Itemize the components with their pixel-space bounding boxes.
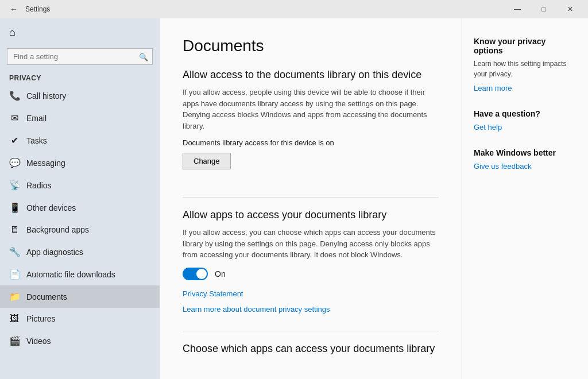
sidebar-item-label: Call history	[26, 91, 66, 100]
sidebar-item-label: Email	[26, 114, 47, 123]
sidebar-item-radios[interactable]: 📡 Radios	[0, 174, 160, 196]
sidebar-item-app-diagnostics[interactable]: 🔧 App diagnostics	[0, 241, 160, 263]
toggle-label: On	[215, 269, 226, 279]
sidebar-item-pictures[interactable]: 🖼 Pictures	[0, 308, 160, 330]
app-container: ⌂ 🔍 Privacy 📞 Call history ✉ Email ✔ Tas…	[0, 18, 588, 379]
section1-title: Allow access to the documents library on…	[183, 69, 439, 81]
search-input[interactable]	[7, 48, 153, 65]
right-section-feedback: Make Windows better Give us feedback	[474, 148, 577, 171]
right-feedback-title: Make Windows better	[474, 148, 577, 157]
apps-access-toggle[interactable]	[183, 268, 208, 280]
section-device-access: Allow access to the documents library on…	[183, 69, 439, 185]
titlebar: ← Settings — □ ✕	[0, 0, 588, 18]
sidebar-item-videos[interactable]: 🎬 Videos	[0, 330, 160, 352]
call-history-icon: 📞	[9, 90, 20, 101]
section1-description: If you allow access, people using this d…	[183, 87, 439, 132]
pictures-icon: 🖼	[9, 314, 20, 324]
right-privacy-desc: Learn how this setting impacts your priv…	[474, 59, 577, 79]
automatic-file-downloads-icon: 📄	[9, 269, 20, 280]
home-button[interactable]: ⌂	[0, 18, 160, 46]
maximize-button[interactable]: □	[531, 0, 557, 18]
section-apps-access: Allow apps to access your documents libr…	[183, 209, 439, 319]
other-devices-icon: 📱	[9, 202, 20, 213]
app-diagnostics-icon: 🔧	[9, 246, 20, 257]
device-access-status: Documents library access for this device…	[183, 138, 439, 147]
sidebar-item-label: Documents	[26, 292, 67, 301]
sidebar: ⌂ 🔍 Privacy 📞 Call history ✉ Email ✔ Tas…	[0, 18, 160, 379]
change-button[interactable]: Change	[183, 153, 231, 169]
background-apps-icon: 🖥	[9, 225, 20, 235]
right-privacy-title: Know your privacy options	[474, 37, 577, 55]
sidebar-section-label: Privacy	[0, 69, 160, 84]
learn-more-link[interactable]: Learn more	[474, 84, 512, 92]
sidebar-item-label: App diagnostics	[26, 247, 83, 257]
divider-1	[183, 197, 439, 198]
give-feedback-link[interactable]: Give us feedback	[474, 162, 531, 171]
sidebar-item-documents[interactable]: 📁 Documents	[0, 285, 160, 308]
section-choose-apps: Choose which apps can access your docume…	[183, 343, 439, 355]
get-help-link[interactable]: Get help	[474, 123, 502, 132]
sidebar-item-call-history[interactable]: 📞 Call history	[0, 84, 160, 107]
right-help-title: Have a question?	[474, 109, 577, 118]
titlebar-controls: — □ ✕	[504, 0, 583, 18]
titlebar-title: Settings	[23, 5, 504, 13]
section2-title: Allow apps to access your documents libr…	[183, 209, 439, 221]
videos-icon: 🎬	[9, 335, 20, 346]
messaging-icon: 💬	[9, 157, 20, 168]
right-section-help: Have a question? Get help	[474, 109, 577, 132]
section3-title: Choose which apps can access your docume…	[183, 343, 439, 355]
privacy-statement-link[interactable]: Privacy Statement	[183, 289, 243, 298]
sidebar-item-other-devices[interactable]: 📱 Other devices	[0, 196, 160, 219]
sidebar-item-label: Tasks	[26, 136, 47, 145]
email-icon: ✉	[9, 113, 20, 123]
close-button[interactable]: ✕	[557, 0, 583, 18]
search-container: 🔍	[7, 48, 153, 65]
divider-2	[183, 331, 439, 331]
sidebar-item-background-apps[interactable]: 🖥 Background apps	[0, 219, 160, 241]
toggle-row: On	[183, 268, 439, 280]
sidebar-item-label: Automatic file downloads	[26, 270, 115, 279]
right-section-privacy: Know your privacy options Learn how this…	[474, 37, 577, 93]
minimize-button[interactable]: —	[504, 0, 531, 18]
radios-icon: 📡	[9, 180, 20, 191]
section2-description: If you allow access, you can choose whic…	[183, 227, 439, 261]
sidebar-item-messaging[interactable]: 💬 Messaging	[0, 152, 160, 174]
tasks-icon: ✔	[9, 135, 20, 146]
sidebar-item-label: Radios	[26, 181, 52, 190]
learn-more-document-link[interactable]: Learn more about document privacy settin…	[183, 305, 330, 314]
sidebar-item-label: Messaging	[26, 158, 65, 168]
sidebar-item-label: Pictures	[26, 314, 56, 323]
home-icon: ⌂	[9, 26, 16, 38]
page-title: Documents	[183, 37, 439, 55]
search-icon: 🔍	[139, 52, 148, 61]
main-content: Documents Allow access to the documents …	[160, 18, 462, 379]
sidebar-item-label: Videos	[26, 337, 51, 346]
sidebar-item-automatic-file-downloads[interactable]: 📄 Automatic file downloads	[0, 263, 160, 285]
sidebar-item-tasks[interactable]: ✔ Tasks	[0, 129, 160, 152]
right-panel: Know your privacy options Learn how this…	[462, 18, 588, 379]
sidebar-item-email[interactable]: ✉ Email	[0, 107, 160, 129]
back-button[interactable]: ←	[5, 0, 23, 18]
sidebar-item-label: Background apps	[26, 225, 89, 234]
sidebar-item-label: Other devices	[26, 203, 76, 212]
documents-icon: 📁	[9, 291, 20, 302]
